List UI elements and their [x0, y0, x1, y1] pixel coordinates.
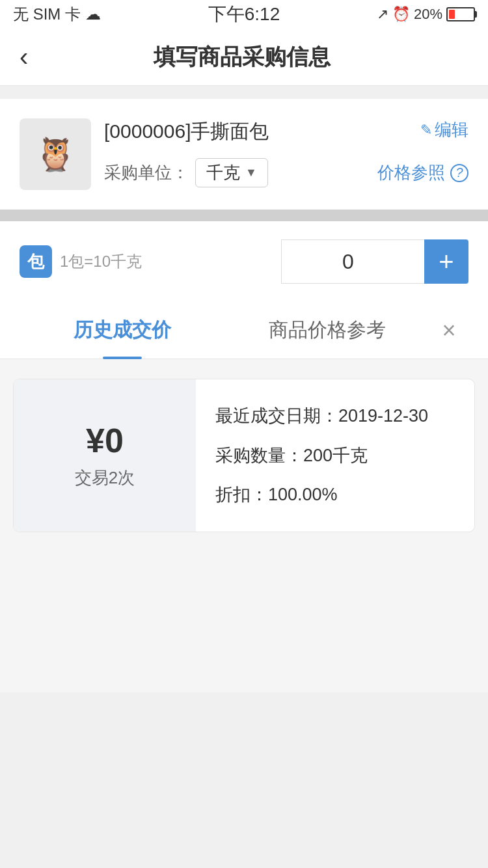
- discount-row: 折扣：100.00%: [215, 481, 455, 508]
- history-details: 最近成交日期：2019-12-30 采购数量：200千克 折扣：100.00%: [196, 379, 474, 532]
- status-bar: 无 SIM 卡 ☁ 下午6:12 ↗ ⏰ 20%: [0, 0, 488, 29]
- section-divider: [0, 210, 488, 221]
- product-header: [0000006]手撕面包 ✎ 编辑: [104, 118, 468, 145]
- recent-date-row: 最近成交日期：2019-12-30: [215, 403, 455, 429]
- history-price-summary: ¥0 交易2次: [14, 379, 196, 532]
- quantity-plus-button[interactable]: +: [424, 239, 468, 284]
- quantity-unit-box: 包: [20, 245, 52, 278]
- panel-close-button[interactable]: ×: [429, 317, 468, 344]
- conversion-label: 1包=10千克: [60, 251, 142, 272]
- price-ref-label: 价格参照: [377, 161, 445, 184]
- unit-dropdown[interactable]: 千克 ▼: [195, 158, 268, 187]
- edit-icon: ✎: [420, 122, 432, 139]
- location-icon: ↗: [377, 6, 388, 23]
- back-button[interactable]: ‹: [20, 42, 41, 72]
- sim-text: 无 SIM 卡 ☁: [13, 4, 101, 25]
- tab-price-reference[interactable]: 商品价格参考: [224, 302, 429, 359]
- price-ref-help-icon: ?: [450, 164, 468, 182]
- product-logo-icon: 🦉: [35, 135, 75, 173]
- edit-button[interactable]: ✎ 编辑: [420, 118, 468, 141]
- edit-label: 编辑: [435, 118, 468, 141]
- battery-icon: [446, 7, 475, 21]
- tab-history-price[interactable]: 历史成交价: [20, 302, 224, 359]
- status-right: ↗ ⏰ 20%: [377, 6, 475, 23]
- quantity-controls[interactable]: +: [281, 239, 468, 284]
- purchase-qty-label: 采购数量：: [215, 446, 303, 465]
- product-info: [0000006]手撕面包 ✎ 编辑 采购单位： 千克 ▼ 价格参照 ?: [104, 118, 468, 187]
- price-reference-button[interactable]: 价格参照 ?: [377, 161, 468, 184]
- purchase-qty-value: 200千克: [303, 446, 368, 465]
- page-title: 填写商品采购信息: [41, 42, 442, 72]
- purchase-qty-row: 采购数量：200千克: [215, 442, 455, 469]
- product-card: 🦉 [0000006]手撕面包 ✎ 编辑 采购单位： 千克 ▼ 价格参照 ?: [0, 99, 488, 210]
- unit-value: 千克: [206, 161, 240, 184]
- tab-active-indicator: [103, 357, 142, 359]
- history-price-value: ¥0: [86, 421, 124, 460]
- battery-percent: 20%: [414, 6, 442, 23]
- dropdown-arrow-icon: ▼: [245, 166, 257, 180]
- unit-box-label: 包: [27, 251, 44, 273]
- bottom-panel: 历史成交价 商品价格参考 × ¥0 交易2次 最近成交日期：2019-12-30…: [0, 302, 488, 692]
- tab-price-ref-label: 商品价格参考: [269, 317, 386, 344]
- history-trades-count: 交易2次: [75, 467, 135, 489]
- history-card: ¥0 交易2次 最近成交日期：2019-12-30 采购数量：200千克 折扣：…: [13, 379, 475, 532]
- recent-date-label: 最近成交日期：: [215, 406, 338, 426]
- status-left: 无 SIM 卡 ☁: [13, 4, 101, 25]
- alarm-icon: ⏰: [392, 6, 410, 23]
- product-unit-row: 采购单位： 千克 ▼ 价格参照 ?: [104, 158, 468, 187]
- tab-history-label: 历史成交价: [74, 317, 171, 344]
- product-thumbnail: 🦉: [20, 118, 91, 190]
- quantity-unit-info: 包 1包=10千克: [20, 245, 142, 278]
- recent-date-value: 2019-12-30: [338, 406, 428, 426]
- quantity-row: 包 1包=10千克 +: [0, 221, 488, 302]
- quantity-input[interactable]: [281, 239, 424, 284]
- tabs-bar: 历史成交价 商品价格参考 ×: [0, 302, 488, 359]
- nav-bar: ‹ 填写商品采购信息: [0, 29, 488, 86]
- discount-value: 100.00%: [268, 485, 338, 504]
- unit-label: 采购单位：: [104, 161, 189, 184]
- status-time: 下午6:12: [208, 2, 280, 27]
- product-name: [0000006]手撕面包: [104, 118, 269, 145]
- discount-label: 折扣：: [215, 485, 268, 504]
- unit-selector[interactable]: 采购单位： 千克 ▼: [104, 158, 268, 187]
